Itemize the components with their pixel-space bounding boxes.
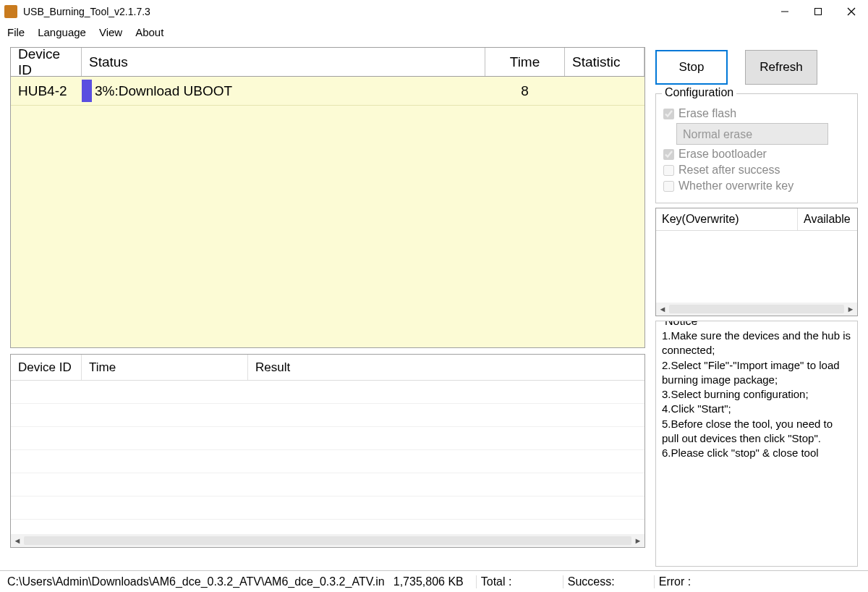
device-table: Device ID Status Time Statistic HUB4-2 3… [10, 47, 645, 348]
reset-after-checkbox[interactable] [663, 165, 674, 176]
status-error: Error : [654, 575, 865, 588]
device-col-time[interactable]: Time [485, 48, 565, 76]
notice-line: 3.Select burning configuration; [662, 387, 851, 402]
notice-line: 2.Select "File"-"Import image" to load b… [662, 358, 851, 388]
overwrite-key-label: Whether overwrite key [678, 179, 793, 193]
scroll-right-icon[interactable]: ► [846, 305, 856, 313]
result-scrollbar[interactable]: ◄ ► [11, 534, 644, 547]
notice-legend: Notice [662, 321, 700, 329]
key-table: Key(Overwrite) Available ◄ ► [655, 208, 858, 316]
notice-line: 1.Make sure the devices and the hub is c… [662, 329, 851, 358]
window-title: USB_Burning_Tool_v2.1.7.3 [23, 6, 768, 17]
result-table-header: Device ID Time Result [11, 355, 644, 381]
menu-view[interactable]: View [99, 26, 122, 38]
key-col-available[interactable]: Available [798, 208, 857, 230]
key-table-body [656, 231, 857, 303]
result-row [11, 427, 644, 450]
menu-file[interactable]: File [7, 26, 25, 38]
result-row [11, 450, 644, 473]
status-path: C:\Users\Admin\Downloads\AM6_dce_0.3.2_A… [3, 575, 389, 588]
result-row [11, 404, 644, 427]
close-button[interactable] [835, 0, 868, 23]
device-col-id[interactable]: Device ID [11, 48, 82, 76]
cfg-erase-flash[interactable]: Erase flash [663, 107, 850, 120]
configuration-group: Configuration Erase flash Normal erase E… [655, 93, 858, 203]
window-buttons [768, 0, 868, 23]
result-row [11, 496, 644, 520]
device-row-status-text: 3%:Download UBOOT [95, 83, 232, 99]
device-row-status: 3%:Download UBOOT [82, 77, 485, 105]
scroll-right-icon[interactable]: ► [633, 536, 643, 545]
device-row[interactable]: HUB4-2 3%:Download UBOOT 8 [11, 77, 644, 106]
progress-indicator [82, 80, 92, 102]
erase-flash-checkbox[interactable] [663, 109, 674, 119]
device-row-time: 8 [485, 77, 565, 105]
notice-line: 6.Please click "stop" & close tool [662, 446, 851, 460]
key-col-key[interactable]: Key(Overwrite) [656, 208, 798, 230]
notice-box: Notice 1.Make sure the devices and the h… [655, 321, 858, 567]
cfg-reset-after[interactable]: Reset after success [663, 164, 850, 177]
erase-bootloader-label: Erase bootloader [678, 148, 767, 161]
result-row [11, 473, 644, 496]
scroll-left-icon[interactable]: ◄ [12, 536, 22, 545]
device-col-statistic[interactable]: Statistic [565, 48, 644, 76]
maximize-button[interactable] [801, 0, 835, 23]
refresh-button[interactable]: Refresh [745, 50, 817, 85]
erase-flash-label: Erase flash [678, 107, 736, 120]
action-buttons: Stop Refresh [655, 47, 858, 89]
app-icon [4, 5, 17, 18]
notice-line: 5.Before close the tool, you need to pul… [662, 417, 851, 447]
stop-button[interactable]: Stop [655, 50, 728, 85]
status-success: Success: [563, 575, 654, 588]
menu-language[interactable]: Language [38, 26, 86, 38]
menu-about[interactable]: About [135, 26, 163, 38]
key-scrollbar[interactable]: ◄ ► [656, 303, 857, 316]
overwrite-key-checkbox[interactable] [663, 181, 674, 192]
reset-after-label: Reset after success [678, 164, 780, 177]
scroll-track[interactable] [24, 536, 631, 545]
result-row [11, 381, 644, 404]
status-size: 1,735,806 KB [389, 575, 476, 588]
result-col-id[interactable]: Device ID [11, 355, 82, 380]
device-col-status[interactable]: Status [82, 48, 485, 76]
statusbar: C:\Users\Admin\Downloads\AM6_dce_0.3.2_A… [0, 570, 868, 592]
result-col-time[interactable]: Time [82, 355, 248, 380]
titlebar: USB_Burning_Tool_v2.1.7.3 [0, 0, 868, 23]
erase-bootloader-checkbox[interactable] [663, 149, 674, 160]
minimize-button[interactable] [768, 0, 801, 23]
result-table: Device ID Time Result ◄ ► [10, 354, 645, 548]
notice-line: 4.Click "Start"; [662, 402, 851, 416]
result-table-body [11, 381, 644, 534]
status-total: Total : [476, 575, 563, 588]
notice-body: 1.Make sure the devices and the hub is c… [662, 329, 851, 460]
key-table-header: Key(Overwrite) Available [656, 208, 857, 231]
device-row-id: HUB4-2 [11, 77, 82, 105]
erase-mode-select[interactable]: Normal erase [676, 123, 828, 145]
scroll-left-icon[interactable]: ◄ [658, 305, 668, 313]
result-col-result[interactable]: Result [248, 355, 644, 380]
scroll-track[interactable] [669, 305, 844, 313]
cfg-erase-bootloader[interactable]: Erase bootloader [663, 148, 850, 161]
device-table-header: Device ID Status Time Statistic [11, 48, 644, 77]
configuration-legend: Configuration [662, 86, 736, 99]
cfg-overwrite-key[interactable]: Whether overwrite key [663, 179, 850, 193]
device-row-statistic [565, 77, 644, 105]
svg-rect-1 [815, 9, 822, 15]
menubar: File Language View About [0, 23, 868, 44]
